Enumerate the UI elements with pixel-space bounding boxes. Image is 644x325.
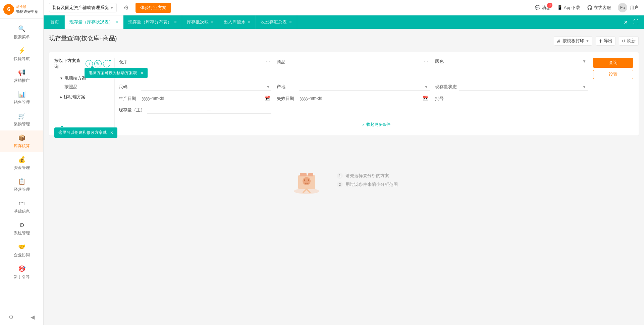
tab-inventory-dist[interactable]: 现存量（库存分布表） ✕ <box>123 15 182 29</box>
svg-point-6 <box>308 179 309 181</box>
refresh-label: 刷新 <box>627 38 636 44</box>
sidebar-item-sales[interactable]: 📊 销售管理 <box>0 87 43 109</box>
goods-input[interactable] <box>300 59 422 64</box>
query-btn[interactable]: 查询 <box>593 58 633 68</box>
online-service-btn[interactable]: 🎧 在线客服 <box>587 5 611 11</box>
warehouse-label: 仓库 <box>119 59 139 65</box>
sidebar-item-enterprise[interactable]: 🤝 企业协同 <box>0 239 43 261</box>
main-area: 装备及固定资产辅助管理系统 ▼ ⚙ 体验行业方案 💬 消息 9 📱 App下载 … <box>44 0 644 325</box>
tab-inventory-status[interactable]: 现存量（库存状况表） ✕ <box>65 15 123 29</box>
stock-main-from[interactable] <box>148 107 205 112</box>
size-select-wrap[interactable]: ▼ <box>141 83 271 91</box>
stock-status-input[interactable] <box>460 84 582 89</box>
tab-home-label: 首页 <box>50 19 59 25</box>
collapse-bar[interactable]: ∧ 收起更多条件 <box>119 119 633 130</box>
search-nav-icon: 🔍 <box>18 25 26 33</box>
origin-dropdown-icon: ▼ <box>424 85 428 89</box>
prod-date-calendar-icon[interactable]: 📅 <box>264 96 270 101</box>
mobile-scheme-header[interactable]: ▶ 移动端方案 <box>60 93 110 101</box>
tab-fullscreen-btn[interactable]: ⛶ <box>632 18 640 26</box>
tab-batch-ledger-close[interactable]: ✕ <box>211 20 214 24</box>
user-area[interactable]: Ea 用户 <box>618 3 639 12</box>
scheme-tooltip-close[interactable]: ✕ <box>140 71 144 75</box>
scheme-tooltip: 电脑方案可设为移动方案哦 ✕ <box>85 68 148 78</box>
tab-collection-summary[interactable]: 收发存汇总表 ✕ <box>256 15 297 29</box>
warehouse-more-icon[interactable]: ··· <box>266 59 270 65</box>
empty-tips: 1 请先选择要分析的方案 2 用过滤条件来缩小分析范围 <box>337 173 398 187</box>
edit-scheme-btn[interactable]: ✎ <box>94 60 102 67</box>
settings-bottom-btn[interactable]: ⚙ <box>7 313 15 322</box>
sidebar-item-system[interactable]: ⚙ 系统管理 <box>0 218 43 239</box>
settings-icon-btn[interactable]: ⚙ <box>122 3 130 13</box>
warehouse-input-wrap[interactable]: ··· <box>141 58 271 66</box>
export-btn[interactable]: ⬆ 导出 <box>596 36 615 46</box>
industry-btn[interactable]: 体验行业方案 <box>136 3 171 13</box>
color-input[interactable] <box>459 59 582 64</box>
stock-main-wrap: — <box>147 106 271 114</box>
tab-home[interactable]: 首页 <box>45 15 65 29</box>
refresh-btn[interactable]: ↺ 刷新 <box>619 36 639 46</box>
expire-date-calendar-icon[interactable]: 📅 <box>423 96 428 101</box>
query-actions: 查询 设置 <box>593 58 633 79</box>
pc-scheme-children: 按照品 <box>60 83 110 91</box>
stock-main-label: 现存量（主） <box>119 107 145 113</box>
tab-inout-flow[interactable]: 出入库流水 ✕ <box>219 15 256 29</box>
sidebar-item-operation[interactable]: 📋 经营管理 <box>0 174 43 196</box>
tab-batch-ledger[interactable]: 库存批次账 ✕ <box>182 15 219 29</box>
pc-scheme-label: 电脑端方案 <box>64 75 86 81</box>
origin-input[interactable] <box>300 84 424 89</box>
message-btn[interactable]: 💬 消息 9 <box>535 5 550 11</box>
sidebar-item-search[interactable]: 🔍 搜索菜单 <box>0 21 43 43</box>
create-tooltip-close[interactable]: ✕ <box>110 130 113 135</box>
quick-nav-icon: ⚡ <box>18 47 26 55</box>
goods-label: 商品 <box>277 59 297 65</box>
collapse-sidebar-btn[interactable]: ◀ <box>29 313 36 322</box>
sidebar: 6 标准版 畅捷通好生意 🔍 搜索菜单 ⚡ 快捷导航 📢 营销推广 📊 销售管理… <box>0 0 44 325</box>
sidebar-item-basic[interactable]: 🗃 基础信息 <box>0 196 43 218</box>
mobile-scheme-group: ▶ 移动端方案 <box>60 93 110 101</box>
guide-nav-icon: 🎯 <box>18 265 26 273</box>
size-label: 尺码 <box>119 84 139 90</box>
tab-close-all-btn[interactable]: ✕ <box>622 18 629 26</box>
enterprise-nav-icon: 🤝 <box>18 243 26 251</box>
prod-date-wrap: 📅 <box>141 95 271 102</box>
expire-date-start[interactable] <box>300 96 421 101</box>
batch-no-field: 批号 <box>435 95 588 102</box>
tab-inventory-dist-close[interactable]: ✕ <box>174 20 177 24</box>
set-btn[interactable]: 设置 <box>593 70 633 79</box>
connector-dot <box>108 59 111 62</box>
prod-date-start[interactable] <box>142 96 263 101</box>
size-field: 尺码 ▼ <box>119 83 271 91</box>
empty-illustration <box>290 165 323 195</box>
sidebar-item-quick[interactable]: ⚡ 快捷导航 <box>0 43 43 65</box>
warehouse-input[interactable] <box>142 59 264 64</box>
goods-more-icon[interactable]: ··· <box>424 59 428 65</box>
message-badge: 9 <box>547 3 552 8</box>
stock-status-select-wrap[interactable]: ▼ <box>459 83 588 91</box>
color-select-wrap[interactable]: ▼ <box>457 58 588 65</box>
app-download-btn[interactable]: 📱 App下载 <box>557 5 580 11</box>
size-input[interactable] <box>142 84 266 89</box>
sidebar-item-purchase[interactable]: 🛒 采购管理 <box>0 109 43 130</box>
sidebar-item-guide[interactable]: 🎯 新手引导 <box>0 261 43 283</box>
sidebar-item-marketing[interactable]: 📢 营销推广 <box>0 65 43 87</box>
batch-no-input[interactable] <box>459 96 586 101</box>
export-label: 导出 <box>604 38 612 44</box>
marketing-nav-icon: 📢 <box>18 68 26 76</box>
tab-inout-flow-close[interactable]: ✕ <box>248 20 251 24</box>
tab-inventory-status-close[interactable]: ✕ <box>115 20 118 24</box>
prod-date-label: 生产日期 <box>119 96 139 102</box>
tab-collection-summary-close[interactable]: ✕ <box>289 20 292 24</box>
print-btn[interactable]: 🖨 按模板打印 ▼ <box>554 36 592 46</box>
sidebar-item-inventory[interactable]: 📦 库存核算 <box>0 130 43 152</box>
sidebar-item-sales-label: 销售管理 <box>14 100 30 105</box>
scheme-item-goods[interactable]: 按照品 <box>64 83 110 91</box>
export-icon: ⬆ <box>599 39 602 44</box>
stock-main-to[interactable] <box>213 107 270 112</box>
system-selector[interactable]: 装备及固定资产辅助管理系统 ▼ <box>49 3 117 12</box>
sidebar-item-finance[interactable]: 💰 资金管理 <box>0 152 43 174</box>
create-tooltip-wrapper: 这里可以创建和修改方案哦 ✕ <box>54 126 64 127</box>
goods-input-wrap[interactable]: ··· <box>299 58 429 66</box>
origin-select-wrap[interactable]: ▼ <box>299 83 429 91</box>
print-icon: 🖨 <box>557 39 561 44</box>
